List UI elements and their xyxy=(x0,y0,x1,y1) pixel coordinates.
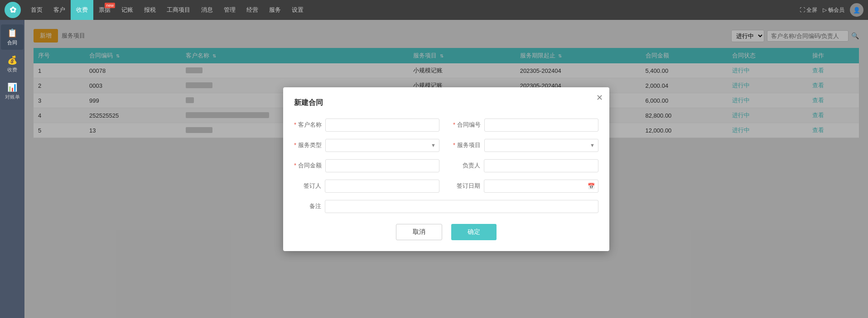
customer-name-label: 客户名称 xyxy=(294,121,322,129)
contract-icon: 📋 xyxy=(7,28,17,38)
signer-label: 签订人 xyxy=(294,182,321,190)
vip-button[interactable]: ▷ 畅会员 xyxy=(823,6,844,14)
form-row-sign-date: 签订日期 2023-06-06 📅 xyxy=(453,180,598,193)
new-badge: new xyxy=(105,3,115,8)
contract-no-input[interactable] xyxy=(484,119,598,132)
service-item-select[interactable] xyxy=(484,139,598,152)
sidebar: 📋 合同 💰 收费 📊 对账单 xyxy=(0,20,24,318)
sign-date-input[interactable]: 2023-06-06 xyxy=(484,180,598,193)
billing-icon: 💰 xyxy=(7,55,17,65)
nav-item-manage[interactable]: 管理 xyxy=(218,0,241,20)
notes-label: 备注 xyxy=(294,202,321,210)
content: 新增 服务项目 进行中 已完成 已终止 🔍 序号 合同编码 ⇅ 客户名称 ⇅ 服… xyxy=(24,20,868,318)
form-row-notes: 备注 xyxy=(294,200,598,213)
service-type-select[interactable] xyxy=(325,139,439,152)
logo: ✿ xyxy=(5,2,21,18)
nav-item-accounting[interactable]: 记账 xyxy=(116,0,139,20)
confirm-button[interactable]: 确定 xyxy=(451,224,497,240)
top-nav: ✿ 首页 客户 收费 票据 new 记账 报税 工商项目 消息 管理 经营 服务… xyxy=(0,0,868,20)
nav-item-settings[interactable]: 设置 xyxy=(286,0,309,20)
nav-item-operation[interactable]: 经营 xyxy=(241,0,264,20)
form-row-service-item: 服务项目 ▼ xyxy=(453,139,598,152)
form-row-service-type: 服务类型 ▼ xyxy=(294,139,439,152)
sign-date-label: 签订日期 xyxy=(453,182,480,190)
cancel-button[interactable]: 取消 xyxy=(396,224,442,240)
service-item-label: 服务项目 xyxy=(453,141,481,149)
fullscreen-icon: ⛶ xyxy=(800,7,805,13)
nav-right: ⛶ 全屏 ▷ 畅会员 👤 xyxy=(800,3,863,17)
modal-close-button[interactable]: ✕ xyxy=(596,93,603,103)
vip-icon: ▷ xyxy=(823,7,827,13)
main-layout: 📋 合同 💰 收费 📊 对账单 新增 服务项目 进行中 已完成 已终止 🔍 xyxy=(0,20,868,318)
responsible-label: 负责人 xyxy=(453,161,480,170)
nav-item-customer[interactable]: 客户 xyxy=(48,0,71,20)
sidebar-item-statement[interactable]: 📊 对账单 xyxy=(1,79,24,104)
customer-name-input[interactable] xyxy=(325,119,439,132)
nav-item-tax[interactable]: 报税 xyxy=(139,0,161,20)
modal: 新建合同 ✕ 客户名称 合同编号 服务类型 xyxy=(283,87,609,251)
service-item-select-wrapper: ▼ xyxy=(484,139,598,152)
nav-item-message[interactable]: 消息 xyxy=(196,0,218,20)
form-row-signer: 签订人 xyxy=(294,180,439,193)
service-type-select-wrapper: ▼ xyxy=(325,139,439,152)
nav-item-service[interactable]: 服务 xyxy=(264,0,286,20)
fullscreen-button[interactable]: ⛶ 全屏 xyxy=(800,6,817,14)
nav-items: 首页 客户 收费 票据 new 记账 报税 工商项目 消息 管理 经营 服务 设… xyxy=(25,0,800,20)
signer-input[interactable] xyxy=(325,180,439,193)
contract-amount-input[interactable]: 0.00 xyxy=(325,159,439,172)
form-row-responsible: 负责人 xyxy=(453,159,598,172)
sign-date-wrapper: 2023-06-06 📅 xyxy=(484,180,598,193)
contract-amount-label: 合同金额 xyxy=(294,161,322,170)
avatar[interactable]: 👤 xyxy=(850,3,863,17)
nav-item-commerce[interactable]: 工商项目 xyxy=(161,0,196,20)
responsible-input[interactable] xyxy=(484,159,598,172)
modal-footer: 取消 确定 xyxy=(294,224,598,240)
form-row-amount: 合同金额 0.00 xyxy=(294,159,439,172)
modal-overlay: 新建合同 ✕ 客户名称 合同编号 服务类型 xyxy=(24,20,868,318)
form-row-contract-no: 合同编号 xyxy=(453,119,598,132)
form-grid: 客户名称 合同编号 服务类型 ▼ xyxy=(294,119,598,213)
modal-title: 新建合同 xyxy=(294,98,598,108)
statement-icon: 📊 xyxy=(7,82,17,92)
nav-item-billing[interactable]: 收费 xyxy=(71,0,93,20)
notes-input[interactable] xyxy=(325,200,598,213)
nav-item-home[interactable]: 首页 xyxy=(25,0,48,20)
sidebar-item-contract[interactable]: 📋 合同 xyxy=(1,24,24,50)
form-row-customer: 客户名称 xyxy=(294,119,439,132)
service-type-label: 服务类型 xyxy=(294,141,322,149)
contract-no-label: 合同编号 xyxy=(453,121,481,129)
sidebar-item-billing[interactable]: 💰 收费 xyxy=(1,52,24,77)
nav-item-invoice[interactable]: 票据 new xyxy=(93,0,116,20)
